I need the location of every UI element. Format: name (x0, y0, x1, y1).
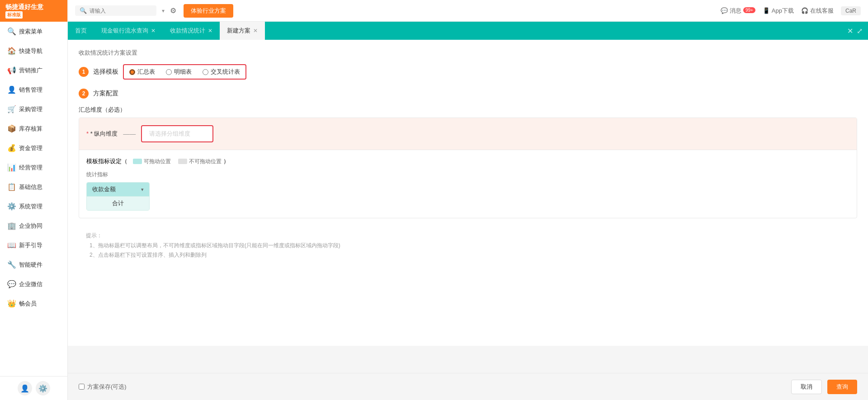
sidebar-logo: 畅捷通好生意 标准版 (0, 0, 67, 22)
topbar: 🔍 ▾ ⚙ 体验行业方案 💬 消息 99+ 📱 App下载 🎧 在线客服 CaR (68, 0, 868, 22)
settings-icon[interactable]: ⚙ (170, 6, 176, 15)
step2-label: 方案配置 (93, 89, 118, 98)
breadcrumb: 收款情况统计方案设置 (79, 49, 857, 57)
sidebar-item-guide[interactable]: 📖 新手引导 (0, 235, 67, 255)
chevron-down-icon[interactable]: ▾ (141, 187, 144, 193)
radio-cross-input[interactable] (203, 69, 208, 75)
user-icon: 👤 (7, 85, 15, 94)
stats-table-header[interactable]: 收款金额 ▾ (87, 183, 149, 196)
message-button[interactable]: 💬 消息 99+ (721, 7, 755, 15)
radio-cross[interactable]: 交叉统计表 (203, 68, 240, 76)
sidebar-item-label: 企业协同 (19, 222, 42, 230)
tab-close-icon[interactable]: ✕ (253, 28, 258, 33)
content-area: 收款情况统计方案设置 1 选择模板 汇总表 明细表 交叉统计 (68, 40, 868, 373)
mobile-icon: 📱 (763, 7, 770, 14)
gear-icon: ⚙️ (7, 202, 15, 211)
topbar-right: 💬 消息 99+ 📱 App下载 🎧 在线客服 CaR (721, 6, 861, 15)
sidebar-item-label: 资金管理 (19, 144, 42, 152)
legend-close-paren: ） (223, 157, 229, 165)
tab-collection-stats[interactable]: 收款情况统计 ✕ (163, 22, 220, 40)
tab-bar: 首页 现金银行流水查询 ✕ 收款情况统计 ✕ 新建方案 ✕ ✕ ⤢ (68, 22, 868, 40)
save-label: 方案保存(可选) (87, 383, 127, 391)
clipboard-icon: 📋 (7, 183, 15, 191)
radio-detail-input[interactable] (166, 69, 172, 75)
sidebar-item-finance[interactable]: 💰 资金管理 (0, 138, 67, 158)
tips-label: 提示： (86, 231, 850, 241)
sidebar-item-hardware[interactable]: 🔧 智能硬件 (0, 255, 67, 274)
legend-fixed: 不可拖动位置 (178, 158, 222, 165)
tab-close-icon[interactable]: ✕ (208, 28, 212, 33)
tab-close-icon[interactable]: ✕ (151, 28, 156, 33)
trial-button[interactable]: 体验行业方案 (184, 4, 233, 18)
sidebar-item-member[interactable]: 👑 畅会员 (0, 294, 67, 313)
sidebar-item-operation[interactable]: 📊 经营管理 (0, 158, 67, 177)
search-input[interactable] (90, 8, 148, 14)
sidebar-item-wechat[interactable]: 💬 企业微信 (0, 274, 67, 294)
stats-area: 统计指标 收款金额 ▾ 合计 (86, 171, 849, 211)
footer-buttons: 取消 查询 (791, 380, 857, 394)
arrow-icon: —— (123, 130, 136, 137)
chevron-down-icon[interactable]: ▾ (162, 8, 165, 14)
indicator-title: 模板指标设定（ (86, 157, 127, 165)
tip-2: 2、点击标题栏下拉可设置排序、插入列和删除列 (90, 250, 850, 260)
sidebar-bottom-icon2[interactable]: ⚙️ (36, 381, 50, 395)
message-icon: 💬 (721, 7, 728, 14)
indicator-header: 模板指标设定（ 可拖动位置 不可拖动位置 (86, 157, 849, 165)
cancel-button[interactable]: 取消 (791, 380, 822, 394)
sidebar-item-search-menu[interactable]: 🔍 搜索菜单 (0, 22, 67, 41)
footer: 方案保存(可选) 取消 查询 (68, 373, 868, 400)
step2-header: 2 方案配置 (79, 89, 857, 99)
sidebar-item-enterprise[interactable]: 🏢 企业协同 (0, 216, 67, 235)
main-area: 🔍 ▾ ⚙ 体验行业方案 💬 消息 99+ 📱 App下载 🎧 在线客服 CaR (68, 0, 868, 400)
topbar-search-box[interactable]: 🔍 (75, 5, 156, 16)
dimension-select[interactable]: 请选择分组维度 (141, 125, 213, 142)
radio-detail[interactable]: 明细表 (166, 68, 192, 76)
box-icon: 📦 (7, 124, 15, 133)
save-checkbox[interactable] (79, 384, 85, 390)
sidebar-item-basic-info[interactable]: 📋 基础信息 (0, 177, 67, 197)
crown-icon: 👑 (7, 299, 15, 308)
book-icon: 📖 (7, 241, 15, 249)
sidebar-item-label: 经营管理 (19, 164, 42, 172)
sidebar-bottom: 👤 ⚙️ (0, 376, 67, 400)
sidebar-item-label: 畅会员 (19, 300, 37, 308)
tip-1: 1、拖动标题栏可以调整布局，不可跨维度或指标区域拖动目字段(只能在同一维度或指标… (90, 241, 850, 251)
sidebar-item-label: 库存核算 (19, 125, 42, 133)
tab-new-plan[interactable]: 新建方案 ✕ (220, 22, 265, 40)
sidebar-item-marketing[interactable]: 📢 营销推广 (0, 61, 67, 80)
close-icon[interactable]: ✕ (847, 27, 853, 35)
sidebar-item-quick-nav[interactable]: 🏠 快捷导航 (0, 41, 67, 61)
app-download-button[interactable]: 📱 App下载 (763, 7, 794, 15)
sidebar-item-system[interactable]: ⚙️ 系统管理 (0, 197, 67, 216)
wrench-icon: 🔧 (7, 260, 15, 269)
sidebar-item-label: 采购管理 (19, 105, 42, 113)
money-icon: 💰 (7, 144, 15, 152)
query-button[interactable]: 查询 (827, 380, 857, 394)
online-service-button[interactable]: 🎧 在线客服 (801, 7, 834, 15)
indicator-section: 模板指标设定（ 可拖动位置 不可拖动位置 (79, 150, 857, 218)
content-inner: 收款情况统计方案设置 1 选择模板 汇总表 明细表 交叉统计 (68, 40, 868, 346)
step1-header: 1 选择模板 汇总表 明细表 交叉统计表 (79, 64, 857, 80)
step1-label: 选择模板 (93, 68, 118, 76)
stats-left: 统计指标 收款金额 ▾ 合计 (86, 171, 150, 211)
config-row: * * 纵向维度 —— 请选择分组维度 (79, 118, 857, 150)
legend-draggable: 可拖动位置 (133, 158, 171, 165)
radio-detail-label: 明细表 (174, 68, 192, 76)
tips-section: 提示： 1、拖动标题栏可以调整布局，不可跨维度或指标区域拖动目字段(只能在同一维… (79, 226, 857, 266)
headset-icon: 🎧 (801, 7, 808, 14)
radio-cross-label: 交叉统计表 (211, 68, 240, 76)
user-avatar[interactable]: CaR (841, 6, 861, 15)
sidebar-bottom-icon1[interactable]: 👤 (18, 381, 32, 395)
radio-summary-input[interactable] (129, 69, 135, 75)
sidebar-item-sales[interactable]: 👤 销售管理 (0, 80, 67, 99)
building-icon: 🏢 (7, 221, 15, 230)
step1-num: 1 (79, 67, 89, 77)
tab-home[interactable]: 首页 (68, 22, 94, 40)
maximize-icon[interactable]: ⤢ (857, 27, 863, 35)
radio-summary[interactable]: 汇总表 (129, 68, 155, 76)
tab-cash-flow[interactable]: 现金银行流水查询 ✕ (94, 22, 163, 40)
sidebar-item-purchase[interactable]: 🛒 采购管理 (0, 99, 67, 119)
stats-table-cell: 合计 (87, 196, 149, 210)
sidebar-item-inventory[interactable]: 📦 库存核算 (0, 119, 67, 138)
sidebar-item-label: 企业微信 (19, 280, 42, 288)
